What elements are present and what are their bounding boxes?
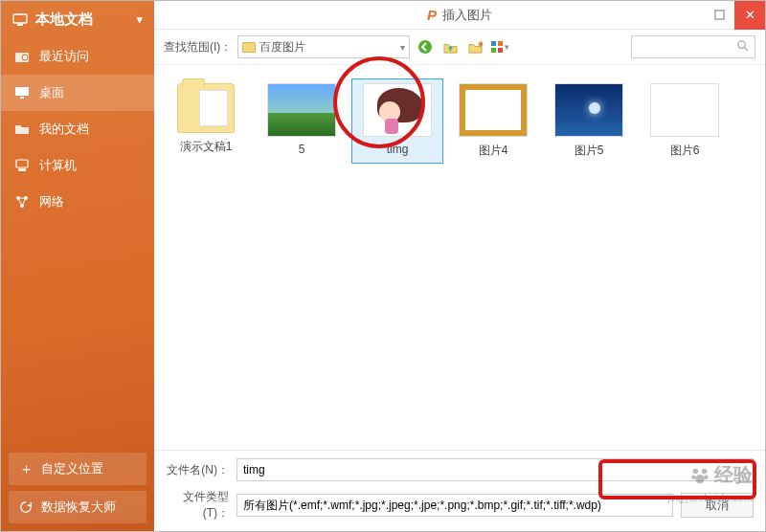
svg-point-20 (693, 468, 699, 474)
svg-rect-6 (16, 160, 28, 167)
back-button[interactable] (416, 37, 435, 56)
dialog-title: P 插入图片 (427, 7, 492, 24)
view-mode-button[interactable]: ▾ (490, 37, 509, 56)
filename-label: 文件名(N)： (166, 462, 229, 478)
svg-rect-5 (20, 97, 24, 99)
watermark: 经验 (689, 462, 753, 488)
bottom-form: 文件名(N)： 文件类型(T)： 取消 (154, 450, 765, 531)
filetype-label: 文件类型(T)： (166, 489, 229, 521)
sidebar-item-label: 最近访问 (39, 48, 89, 65)
file-item-image-selected[interactable]: timg (351, 78, 443, 164)
app-logo-icon: P (427, 7, 437, 23)
file-label: timg (387, 143, 409, 156)
path-toolbar: 查找范围(I)： 百度图片 ▾ ✱ ▾ (154, 30, 765, 65)
file-label: 图片6 (670, 143, 700, 159)
sidebar-header[interactable]: 本地文档 ▾ (1, 1, 154, 38)
maximize-button[interactable] (704, 1, 734, 30)
file-item-image[interactable]: 5 (256, 78, 348, 164)
folder-thumb-icon (177, 83, 235, 133)
search-input[interactable] (631, 35, 755, 58)
plus-icon: ＋ (18, 461, 34, 477)
lookin-combo[interactable]: 百度图片 ▾ (237, 35, 410, 58)
filename-input[interactable] (237, 458, 754, 481)
file-label: 演示文稿1 (180, 139, 233, 155)
svg-rect-17 (498, 48, 503, 53)
sidebar: 本地文档 ▾ 最近访问 桌面 我的文档 计算机 (1, 1, 154, 531)
custom-location-label: 自定义位置 (41, 460, 103, 477)
sidebar-item-label: 网络 (39, 193, 64, 211)
image-thumb (267, 83, 336, 137)
svg-point-21 (702, 468, 708, 474)
clock-folder-icon (14, 49, 30, 64)
search-icon (736, 39, 749, 55)
svg-point-12 (418, 40, 432, 54)
file-item-folder[interactable]: 演示文稿1 (160, 78, 252, 164)
filetype-combo[interactable] (237, 494, 673, 517)
svg-rect-4 (15, 87, 29, 96)
svg-point-18 (738, 41, 745, 48)
sidebar-title: 本地文档 (35, 11, 93, 29)
desktop-icon (14, 85, 30, 100)
close-button[interactable]: ✕ (734, 1, 765, 30)
main-panel: P 插入图片 ✕ 查找范围(I)： 百度图片 ▾ (154, 1, 765, 531)
chevron-down-icon: ▾ (137, 13, 143, 26)
sidebar-item-computer[interactable]: 计算机 (1, 147, 154, 184)
file-label: 图片5 (574, 143, 604, 159)
lookin-label: 查找范围(I)： (164, 39, 232, 55)
folder-icon (14, 122, 30, 137)
custom-location-button[interactable]: ＋ 自定义位置 (9, 453, 146, 485)
file-item-image[interactable]: 图片4 (447, 78, 539, 164)
sidebar-item-documents[interactable]: 我的文档 (1, 111, 154, 147)
svg-point-23 (704, 475, 709, 479)
svg-line-19 (744, 47, 748, 51)
svg-rect-16 (491, 48, 496, 53)
sidebar-item-label: 我的文档 (39, 121, 89, 138)
image-thumb (363, 83, 432, 137)
svg-rect-14 (491, 41, 496, 46)
sidebar-item-label: 桌面 (39, 84, 64, 101)
svg-rect-7 (18, 168, 26, 171)
file-grid: 演示文稿1 5 timg 图片4 图片5 图片6 (154, 65, 765, 450)
file-label: 图片4 (479, 143, 508, 159)
image-thumb (459, 83, 528, 137)
svg-rect-11 (714, 11, 723, 19)
svg-rect-0 (13, 14, 27, 23)
sidebar-bottom: ＋ 自定义位置 数据恢复大师 (1, 445, 154, 531)
new-folder-button[interactable]: ✱ (465, 37, 484, 56)
dialog-title-text: 插入图片 (442, 7, 492, 24)
watermark-text: 经验 (714, 462, 753, 488)
image-thumb (650, 83, 719, 137)
paw-icon (689, 465, 710, 486)
file-label: 5 (299, 143, 305, 156)
sidebar-item-recent[interactable]: 最近访问 (1, 38, 154, 75)
data-recover-button[interactable]: 数据恢复大师 (9, 491, 146, 523)
computer-icon (14, 158, 30, 173)
titlebar: P 插入图片 ✕ (154, 1, 765, 30)
watermark-sub: jingyan.baidu.com (667, 492, 753, 503)
chevron-down-icon: ▾ (505, 42, 509, 52)
network-icon (14, 194, 30, 210)
svg-point-22 (691, 475, 696, 479)
up-button[interactable] (440, 37, 460, 56)
svg-text:✱: ✱ (478, 40, 483, 49)
svg-point-24 (695, 475, 704, 483)
sidebar-item-network[interactable]: 网络 (1, 184, 154, 220)
monitor-icon (12, 12, 28, 28)
svg-rect-1 (17, 24, 23, 26)
folder-icon (242, 42, 256, 53)
data-recover-label: 数据恢复大师 (41, 499, 116, 516)
image-thumb (554, 83, 623, 137)
lookin-value: 百度图片 (259, 39, 305, 55)
sidebar-item-desktop[interactable]: 桌面 (1, 75, 154, 111)
insert-picture-dialog: 本地文档 ▾ 最近访问 桌面 我的文档 计算机 (0, 0, 766, 532)
chevron-down-icon: ▾ (400, 42, 405, 53)
sidebar-item-label: 计算机 (39, 157, 77, 174)
svg-rect-15 (498, 41, 503, 46)
refresh-icon (18, 499, 34, 515)
file-item-image[interactable]: 图片6 (639, 78, 731, 164)
file-item-image[interactable]: 图片5 (543, 78, 635, 164)
